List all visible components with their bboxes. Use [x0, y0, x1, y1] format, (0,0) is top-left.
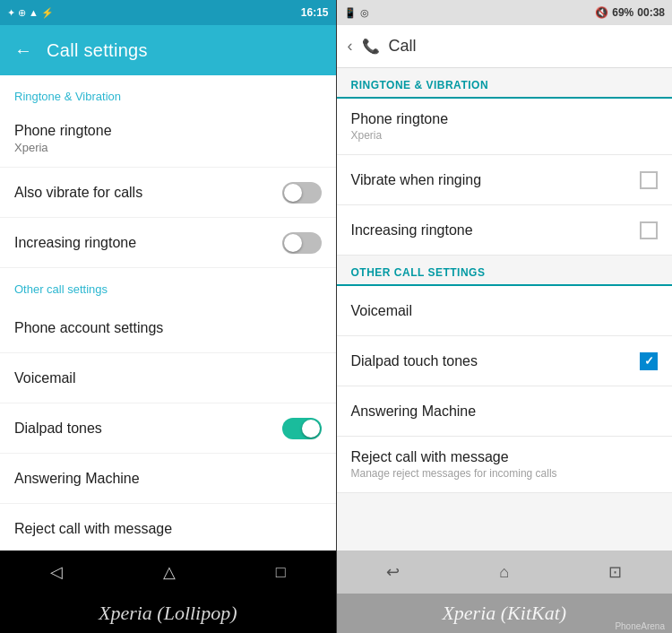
back-nav-left[interactable]: ◁ [50, 562, 63, 582]
time-left: 16:15 [301, 6, 329, 19]
checkbox-increasing-ringtone[interactable] [640, 221, 658, 239]
settings-list-right: RINGTONE & VIBRATION Phone ringtone Xper… [337, 68, 673, 551]
item-label-dialpad-touch-tones-right: Dialpad touch tones [351, 353, 478, 369]
nav-bar-right: ↩ ⌂ ⊡ [337, 551, 673, 594]
list-item-dialpad-tones-left[interactable]: Dialpad tones [0, 403, 336, 454]
item-label-phone-account-left: Phone account settings [14, 320, 163, 336]
toggle-thumb-increasing-left [284, 234, 302, 252]
checkbox-dialpad-touch-tones[interactable] [640, 352, 658, 370]
item-label-increasing-ringtone-left: Increasing ringtone [14, 235, 136, 251]
status-time-left: 16:15 [301, 6, 329, 19]
list-item-reject-call-left[interactable]: Reject call with message [0, 504, 336, 551]
home-nav-left[interactable]: △ [163, 562, 176, 582]
toggle-dialpad-left[interactable] [282, 418, 322, 439]
back-nav-right[interactable]: ↩ [386, 562, 400, 582]
toggle-vibrate-left[interactable] [282, 182, 322, 204]
item-label-voicemail-left: Voicemail [14, 370, 75, 386]
list-item-increasing-ringtone-right[interactable]: Increasing ringtone [337, 205, 673, 256]
item-label-vibrate-ringing-right: Vibrate when ringing [351, 172, 482, 188]
bottom-label-right: Xperia (KitKat) PhoneArena [337, 594, 673, 633]
nfc-icon: ⊕ [18, 7, 26, 19]
left-screen: ✦ ⊕ ▲ ⚡ 16:15 ← Call settings Ringtone &… [0, 0, 336, 633]
app-bar-left: ← Call settings [0, 25, 336, 75]
item-label-answering-machine-left: Answering Machine [14, 471, 140, 487]
mute-icon: 🔇 [595, 6, 608, 19]
item-label-reject-call-left: Reject call with message [14, 521, 172, 537]
list-item-voicemail-left[interactable]: Voicemail [0, 353, 336, 403]
item-label-reject-call-right: Reject call with message [351, 449, 557, 465]
status-time-right: 🔇 69% 00:38 [595, 6, 665, 19]
status-icons-left: ✦ ⊕ ▲ ⚡ [7, 7, 54, 19]
back-button-right[interactable]: ‹ [348, 37, 353, 56]
item-sublabel-phone-ringtone-left: Xperia [14, 141, 112, 154]
settings-list-left: Ringtone & Vibration Phone ringtone Xper… [0, 75, 336, 551]
item-sublabel-reject-call-right: Manage reject messages for incoming call… [351, 467, 557, 480]
item-label-dialpad-tones-left: Dialpad tones [14, 421, 102, 437]
chrome-icon: ◎ [360, 7, 369, 19]
section-header-ringtone-left: Ringtone & Vibration [0, 75, 336, 110]
watermark: PhoneArena [615, 621, 665, 631]
recent-nav-right[interactable]: ⊡ [608, 562, 622, 582]
item-label-phone-ringtone-right: Phone ringtone [351, 111, 449, 127]
status-bar-left: ✦ ⊕ ▲ ⚡ 16:15 [0, 0, 336, 25]
list-item-voicemail-right[interactable]: Voicemail [337, 286, 673, 336]
recent-nav-left[interactable]: □ [276, 563, 286, 582]
item-label-increasing-ringtone-right: Increasing ringtone [351, 222, 473, 238]
item-label-voicemail-right: Voicemail [351, 303, 412, 319]
battery-icon: ⚡ [41, 7, 54, 19]
home-nav-right[interactable]: ⌂ [499, 563, 509, 582]
item-label-answering-machine-right: Answering Machine [351, 403, 477, 420]
status-icons-right: 📱 ◎ [344, 7, 369, 19]
list-item-reject-call-right[interactable]: Reject call with message Manage reject m… [337, 437, 673, 493]
list-item-phone-ringtone-right[interactable]: Phone ringtone Xperia [337, 99, 673, 155]
toggle-thumb-dialpad-left [302, 420, 320, 438]
list-item-answering-machine-left[interactable]: Answering Machine [0, 454, 336, 504]
bottom-label-left: Xperia (Lollipop) [0, 594, 336, 633]
section-header-other-left: Other call settings [0, 268, 336, 303]
nav-bar-left: ◁ △ □ [0, 551, 336, 594]
list-item-answering-machine-right[interactable]: Answering Machine [337, 386, 673, 437]
item-label-also-vibrate-left: Also vibrate for calls [14, 185, 142, 201]
toggle-increasing-left[interactable] [282, 232, 322, 254]
toggle-thumb-vibrate-left [284, 184, 302, 202]
list-item-also-vibrate-left[interactable]: Also vibrate for calls [0, 168, 336, 218]
item-label-phone-ringtone-left: Phone ringtone [14, 123, 112, 139]
list-item-dialpad-touch-tones-right[interactable]: Dialpad touch tones [337, 336, 673, 386]
section-header-ringtone-right: RINGTONE & VIBRATION [337, 68, 673, 99]
status-bar-right: 📱 ◎ 🔇 69% 00:38 [337, 0, 673, 25]
list-item-increasing-ringtone-left[interactable]: Increasing ringtone [0, 218, 336, 268]
battery-right: 69% [612, 6, 633, 19]
app-bar-right: ‹ 📞 Call [337, 25, 673, 68]
section-header-other-right: OTHER CALL SETTINGS [337, 256, 673, 286]
phone-icon-right: 📞 [362, 38, 380, 55]
bluetooth-icon: ✦ [7, 7, 15, 19]
phone-status-icon: 📱 [344, 7, 357, 19]
right-screen: 📱 ◎ 🔇 69% 00:38 ‹ 📞 Call RINGTONE & VIBR… [336, 0, 673, 633]
list-item-vibrate-ringing-right[interactable]: Vibrate when ringing [337, 155, 673, 205]
item-sublabel-phone-ringtone-right: Xperia [351, 129, 449, 142]
page-title-right: Call [389, 37, 417, 56]
list-item-phone-account-left[interactable]: Phone account settings [0, 303, 336, 353]
back-button-left[interactable]: ← [14, 40, 32, 61]
checkbox-vibrate-ringing[interactable] [640, 171, 658, 189]
time-right: 00:38 [637, 6, 665, 19]
os-label-right: Xperia (KitKat) [442, 602, 566, 625]
signal-icon: ▲ [29, 7, 39, 18]
list-item-phone-ringtone-left[interactable]: Phone ringtone Xperia [0, 110, 336, 168]
page-title-left: Call settings [47, 40, 148, 61]
os-label-left: Xperia (Lollipop) [99, 602, 237, 625]
